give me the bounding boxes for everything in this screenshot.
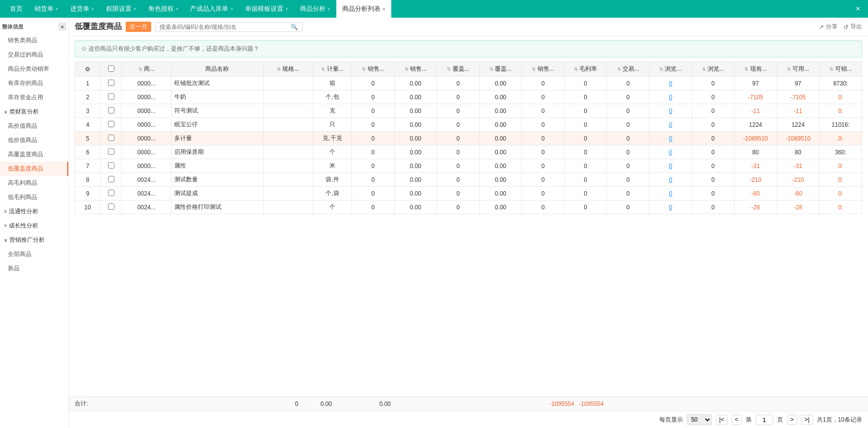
per-page-select[interactable]: 50 100 200 — [687, 414, 712, 425]
sidebar-section-liquidity[interactable]: > 流通性分析 — [0, 204, 68, 219]
cell-browse1[interactable]: 0 — [650, 173, 692, 187]
nav-tab-template[interactable]: 单据模板设置 × — [239, 0, 294, 18]
th-sales3[interactable]: ⇅ 销售... — [522, 62, 565, 77]
nav-tab-template-close[interactable]: × — [285, 6, 288, 12]
cell-chk[interactable] — [100, 90, 121, 104]
cell-browse1[interactable]: 0 — [650, 77, 692, 90]
th-available[interactable]: ⇅ 可用... — [777, 62, 819, 77]
cell-spec — [263, 159, 313, 173]
cell-available: -210 — [777, 173, 819, 187]
cell-chk[interactable] — [100, 104, 121, 118]
nav-tab-permission[interactable]: 权限设置 × — [100, 0, 142, 18]
page-input[interactable] — [756, 415, 773, 425]
cell-chk[interactable] — [100, 132, 121, 145]
cell-chk[interactable] — [100, 118, 121, 132]
th-cover1[interactable]: ⇅ 覆盖... — [437, 62, 480, 77]
cell-browse1[interactable]: 0 — [650, 90, 692, 104]
cell-browse1[interactable]: 0 — [650, 118, 692, 132]
cell-browse1[interactable]: 0 — [650, 145, 692, 159]
cell-trade: 0 — [607, 173, 650, 187]
th-current[interactable]: ⇅ 现有... — [734, 62, 777, 77]
first-page-button[interactable]: |< — [716, 415, 728, 425]
sidebar-item-high-coverage[interactable]: 高覆盖度商品 — [0, 147, 68, 162]
cell-chk[interactable] — [100, 159, 121, 173]
th-sales-amt[interactable]: ⇅ 销售... — [394, 62, 437, 77]
nav-tab-role[interactable]: 角色授权 × — [142, 0, 185, 18]
nav-tab-sales-label: 销货单 — [34, 4, 54, 13]
cell-trade: 0 — [607, 104, 650, 118]
cell-chk[interactable] — [100, 77, 121, 90]
close-all-button[interactable]: × — [852, 4, 864, 13]
sidebar-item-in-stock[interactable]: 有库存的商品 — [0, 76, 68, 90]
th-browse1[interactable]: ⇅ 浏览... — [650, 62, 692, 77]
th-name[interactable]: 商品名称 — [171, 62, 264, 77]
cell-chk[interactable] — [100, 145, 121, 159]
cell-browse1[interactable]: 0 — [650, 132, 692, 145]
sidebar-item-low-coverage[interactable]: 低覆盖度商品 — [0, 162, 68, 176]
nav-tab-analysis-list[interactable]: 商品分析列表 × — [336, 0, 391, 18]
banner-text: ☆ 这些商品只有很少客户购买过，是推广不够，还是商品本身问题？ — [81, 45, 259, 53]
th-browse2[interactable]: ⇅ 浏览... — [692, 62, 734, 77]
sidebar-item-low-profit[interactable]: 低毛利商品 — [0, 190, 68, 204]
table-footer: 合计: 0 0.00 0.00 -1095554 -1095554 — [69, 396, 868, 411]
cell-gross: 0 — [564, 187, 607, 200]
sidebar-section-wealth[interactable]: ∨ 类财富分析 — [0, 105, 68, 119]
th-gross[interactable]: ⇅ 毛利率 — [564, 62, 607, 77]
share-button[interactable]: ↗ 分享 — [819, 23, 838, 31]
cell-browse1[interactable]: 0 — [650, 187, 692, 200]
cell-chk[interactable] — [100, 173, 121, 187]
sidebar-item-traded-goods[interactable]: 交易过的商品 — [0, 48, 68, 62]
th-sellable[interactable]: ⇅ 可销... — [819, 62, 862, 77]
th-checkbox[interactable] — [100, 62, 121, 77]
nav-tab-role-close[interactable]: × — [176, 6, 179, 12]
search-input[interactable] — [160, 24, 289, 30]
nav-tab-warehouse-close[interactable]: × — [230, 6, 233, 12]
next-page-button[interactable]: > — [787, 415, 797, 425]
sidebar-item-new-goods[interactable]: 新品 — [0, 261, 68, 276]
sidebar-item-all-goods[interactable]: 全部商品 — [0, 247, 68, 261]
nav-tab-sales-close[interactable]: × — [55, 6, 58, 12]
prev-page-button[interactable]: < — [732, 415, 742, 425]
cell-browse1[interactable]: 0 — [650, 159, 692, 173]
settings-icon[interactable]: ⚙ — [85, 66, 90, 73]
cell-browse1[interactable]: 0 — [650, 200, 692, 214]
cell-spec — [263, 132, 313, 145]
sidebar-item-low-value[interactable]: 低价值商品 — [0, 133, 68, 147]
nav-tab-analysis-close[interactable]: × — [327, 6, 330, 12]
sidebar-collapse-button[interactable]: « — [58, 23, 66, 30]
nav-tab-purchase-close[interactable]: × — [91, 6, 94, 12]
cell-gross: 0 — [564, 77, 607, 90]
cell-chk[interactable] — [100, 187, 121, 200]
sidebar-section-marketing[interactable]: ∨ 营销推广分析 — [0, 233, 68, 247]
th-cover2[interactable]: ⇅ 覆盖... — [479, 62, 522, 77]
th-sales-qty[interactable]: ⇅ 销售... — [352, 62, 395, 77]
th-spec[interactable]: ⇅ 规格... — [263, 62, 313, 77]
th-idx[interactable]: ⚙ — [75, 62, 101, 77]
period-button[interactable]: 近一月 — [126, 22, 151, 32]
nav-tab-sales[interactable]: 销货单 × — [28, 0, 64, 18]
th-code[interactable]: ⇅ 商... — [122, 62, 171, 77]
sidebar-item-capital[interactable]: 库存资金占用 — [0, 90, 68, 105]
sidebar-section-growth[interactable]: > 成长性分析 — [0, 219, 68, 233]
sidebar-item-sales-goods[interactable]: 销售类商品 — [0, 33, 68, 48]
nav-tab-warehouse[interactable]: 产成品入库单 × — [184, 0, 239, 18]
table-container[interactable]: ⚙ ⇅ 商... 商品名称 ⇅ 规格... ⇅ 计量. — [69, 61, 868, 396]
sidebar-item-high-value[interactable]: 高价值商品 — [0, 119, 68, 133]
cell-sales3: 0 — [522, 159, 565, 173]
nav-tab-purchase[interactable]: 进货单 × — [64, 0, 100, 18]
nav-tab-analysis-list-close[interactable]: × — [382, 6, 385, 12]
th-unit[interactable]: ⇅ 计量... — [313, 62, 352, 77]
nav-tab-analysis[interactable]: 商品分析 × — [294, 0, 336, 18]
sidebar-item-high-profit[interactable]: 高毛利商品 — [0, 176, 68, 190]
cell-chk[interactable] — [100, 200, 121, 214]
export-button[interactable]: ↺ 导出 — [843, 23, 862, 31]
sidebar-item-category-rate[interactable]: 商品分类动销率 — [0, 62, 68, 76]
last-page-button[interactable]: >| — [801, 415, 813, 425]
cell-browse1[interactable]: 0 — [650, 104, 692, 118]
select-all-checkbox[interactable] — [108, 65, 114, 72]
cell-sellable: 0: — [819, 90, 862, 104]
th-trade[interactable]: ⇅ 交易... — [607, 62, 650, 77]
nav-tab-permission-close[interactable]: × — [134, 6, 136, 12]
search-icon[interactable]: 🔍 — [291, 24, 298, 30]
nav-tab-home[interactable]: 首页 — [4, 0, 28, 18]
